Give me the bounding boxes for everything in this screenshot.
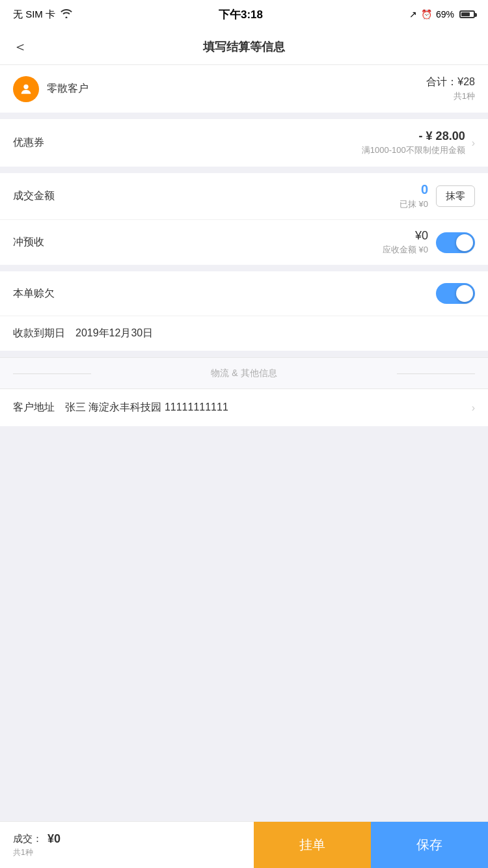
transaction-row: 成交金额 0 已抹 ¥0 抹零 (0, 173, 488, 220)
address-label: 客户地址 (13, 401, 55, 414)
bottom-transaction-label: 成交： (13, 833, 42, 845)
prepay-amount: ¥0 (383, 229, 428, 243)
customer-left: 零散客户 (13, 76, 88, 102)
transaction-sub: 已抹 ¥0 (400, 198, 428, 210)
transaction-right: 0 已抹 ¥0 抹零 (400, 182, 475, 210)
transaction-value-block: 0 已抹 ¥0 (400, 182, 428, 210)
credit-toggle-knob (456, 285, 473, 302)
coupon-label: 优惠券 (13, 136, 44, 150)
credit-row: 本单赊欠 (0, 271, 488, 316)
battery-icon (459, 10, 475, 18)
status-bar: 无 SIM 卡 下午3:18 ↗ ⏰ 69% (0, 0, 488, 29)
customer-name: 零散客户 (47, 82, 88, 96)
wifi-icon (61, 9, 72, 20)
credit-label: 本单赊欠 (13, 287, 55, 301)
customer-right: 合计：¥28 共1种 (426, 75, 475, 102)
status-left: 无 SIM 卡 (13, 8, 72, 21)
status-right: ↗ ⏰ 69% (409, 9, 475, 20)
bottom-transaction-amount: ¥0 (47, 832, 61, 846)
coupon-section[interactable]: 优惠券 - ¥ 28.00 满1000-100不限制使用金额 › (0, 119, 488, 167)
credit-toggle[interactable] (436, 283, 475, 304)
address-value: 张三 海淀永丰科技园 11111111111 (65, 401, 228, 414)
toggle-knob (456, 234, 473, 251)
logistics-section: 物流 & 其他信息 客户地址 张三 海淀永丰科技园 11111111111 › (0, 357, 488, 426)
prepay-sub: 应收金额 ¥0 (383, 244, 428, 256)
location-icon: ↗ (409, 9, 417, 20)
save-button[interactable]: 保存 (371, 822, 488, 869)
prepay-value-block: ¥0 应收金额 ¥0 (383, 229, 428, 256)
total-amount: 合计：¥28 (426, 75, 475, 89)
bottom-info: 成交： ¥0 共1种 (0, 832, 254, 858)
logistics-header-text: 物流 & 其他信息 (211, 368, 277, 378)
round-button[interactable]: 抹零 (436, 185, 475, 207)
transaction-section: 成交金额 0 已抹 ¥0 抹零 冲预收 ¥0 应收金额 ¥0 (0, 173, 488, 265)
prepay-row: 冲预收 ¥0 应收金额 ¥0 (0, 220, 488, 265)
due-date-value: 2019年12月30日 (75, 327, 153, 340)
empty-space (0, 433, 488, 563)
back-button[interactable]: ＜ (13, 32, 33, 62)
alarm-icon: ⏰ (421, 9, 432, 20)
due-date-row: 收款到期日 2019年12月30日 (0, 316, 488, 351)
address-chevron-icon: › (472, 402, 475, 414)
credit-section: 本单赊欠 收款到期日 2019年12月30日 (0, 271, 488, 351)
coupon-right: - ¥ 28.00 满1000-100不限制使用金额 › (362, 129, 475, 156)
page-title: 填写结算等信息 (33, 39, 455, 55)
bottom-count: 共1种 (13, 847, 241, 858)
bottom-bar: 成交： ¥0 共1种 挂单 保存 (0, 821, 488, 868)
bottom-transaction: 成交： ¥0 (13, 832, 241, 846)
battery-percent: 69% (436, 9, 454, 20)
total-count: 共1种 (426, 90, 475, 102)
hold-button[interactable]: 挂单 (254, 822, 371, 869)
content-area: 零散客户 合计：¥28 共1种 优惠券 - ¥ 28.00 满1000-100不… (0, 65, 488, 563)
address-left: 客户地址 张三 海淀永丰科技园 11111111111 (13, 401, 228, 414)
prepay-toggle[interactable] (436, 232, 475, 253)
prepay-label: 冲预收 (13, 236, 44, 249)
prepay-right: ¥0 应收金额 ¥0 (383, 229, 475, 256)
coupon-row[interactable]: 优惠券 - ¥ 28.00 满1000-100不限制使用金额 › (0, 119, 488, 167)
sim-label: 无 SIM 卡 (13, 8, 55, 21)
coupon-amount: - ¥ 28.00 (362, 129, 465, 143)
customer-row: 零散客户 合计：¥28 共1种 (0, 65, 488, 113)
coupon-chevron-icon: › (472, 137, 475, 149)
transaction-label: 成交金额 (13, 189, 55, 203)
coupon-value-block: - ¥ 28.00 满1000-100不限制使用金额 (362, 129, 465, 156)
transaction-amount: 0 (400, 182, 428, 197)
status-time: 下午3:18 (219, 7, 263, 22)
avatar (13, 76, 39, 102)
logistics-header: 物流 & 其他信息 (0, 357, 488, 389)
svg-point-0 (23, 84, 28, 88)
coupon-sub: 满1000-100不限制使用金额 (362, 144, 465, 156)
customer-section: 零散客户 合计：¥28 共1种 (0, 65, 488, 113)
address-row[interactable]: 客户地址 张三 海淀永丰科技园 11111111111 › (0, 389, 488, 426)
due-date-label: 收款到期日 (13, 327, 65, 340)
nav-bar: ＜ 填写结算等信息 (0, 29, 488, 65)
